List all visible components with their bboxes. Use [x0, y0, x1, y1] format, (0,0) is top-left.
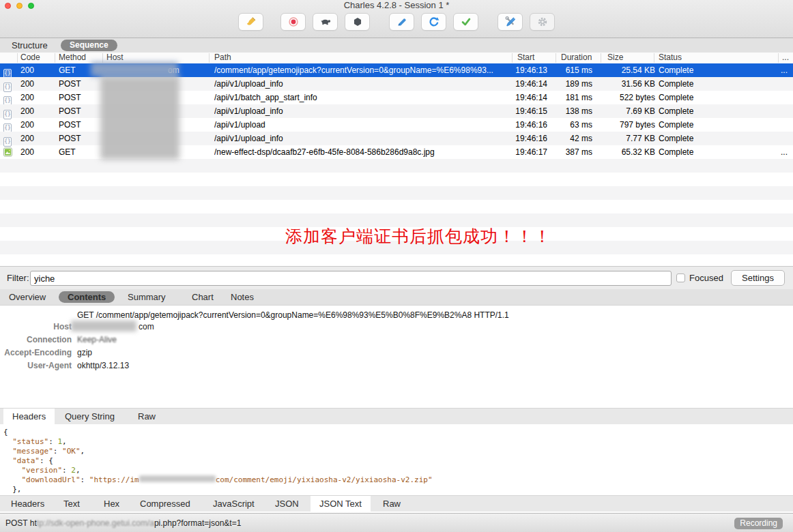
cell-extra: ... — [781, 63, 793, 77]
status-url-suffix: pi.php?format=json&t=1 — [154, 518, 241, 528]
cell-duration: 63 ms — [550, 118, 592, 132]
column-header-duration[interactable]: Duration — [561, 53, 592, 63]
settings-toolbar-button[interactable] — [530, 13, 555, 31]
tab-json[interactable]: JSON — [266, 496, 308, 512]
settings-button[interactable]: Settings — [731, 270, 785, 286]
tab-compressed[interactable]: Compressed — [131, 496, 199, 512]
cell-status: Complete — [659, 132, 740, 145]
column-separator — [556, 53, 556, 63]
column-separator — [654, 53, 654, 63]
cell-method: POST — [59, 118, 81, 132]
response-json-panel: { "status": 1, "message": "OK", "data": … — [0, 424, 793, 495]
cell-method: GET — [59, 63, 76, 77]
header-name: Host — [0, 322, 72, 331]
cell-duration: 615 ms — [550, 63, 592, 77]
response-subtabs: HeadersTextHexCompressedJavaScriptJSONJS… — [0, 495, 793, 512]
tab-notes[interactable]: Notes — [231, 291, 254, 303]
charles-window: Charles 4.2.8 - Session 1 * StructureSeq… — [0, 0, 793, 532]
cell-code: 200 — [20, 104, 34, 118]
column-header-method[interactable]: Method — [59, 53, 86, 63]
clear-session-button[interactable] — [238, 13, 263, 31]
record-icon — [287, 16, 300, 28]
column-header-status[interactable]: Status — [659, 53, 682, 63]
empty-row-stripe — [0, 186, 793, 200]
cell-size: 31.56 KB — [596, 77, 655, 91]
cell-duration: 189 ms — [550, 77, 592, 91]
cell-code: 200 — [20, 91, 34, 104]
status-url-blurred: tp://sdk-open-phone.getui.com/a — [37, 518, 154, 528]
json-line: "version": 2, — [3, 466, 793, 475]
header-row: ConnectionKeep-Alive — [0, 335, 614, 346]
json-line: "message": "OK", — [3, 447, 793, 456]
tab-contents[interactable]: Contents — [59, 291, 115, 303]
cell-code: 200 — [20, 132, 34, 145]
cell-start: 19:46:14 — [512, 77, 547, 91]
record-button[interactable] — [280, 13, 306, 31]
tab-chart[interactable]: Chart — [192, 291, 214, 303]
json-line: { — [3, 428, 793, 437]
cell-duration: 138 ms — [550, 104, 592, 118]
tab-text[interactable]: Text — [55, 496, 89, 512]
tab-headers[interactable]: Headers — [2, 496, 53, 512]
column-separator — [778, 53, 779, 63]
tools-button[interactable] — [498, 13, 523, 31]
cell-code: 200 — [20, 145, 34, 159]
tab-headers[interactable]: Headers — [3, 409, 55, 424]
repeat-button[interactable] — [421, 13, 446, 31]
broom-icon — [245, 16, 257, 28]
filter-input[interactable] — [30, 271, 672, 286]
throttle-button[interactable] — [313, 13, 338, 31]
column-separator — [17, 53, 18, 63]
check-icon — [460, 16, 472, 28]
breakpoints-button[interactable] — [345, 13, 370, 31]
filter-bar: Filter: Focused Settings — [0, 266, 793, 289]
column-header-start[interactable]: Start — [517, 53, 534, 63]
cell-start: 19:46:16 — [512, 118, 547, 132]
tab-query-string[interactable]: Query String — [56, 409, 124, 424]
header-value: okhttp/3.12.13 — [77, 361, 129, 370]
compose-button[interactable] — [389, 13, 414, 31]
tab-summary[interactable]: Summary — [128, 291, 166, 303]
url-redaction-blur — [139, 475, 216, 482]
host-value-blur — [71, 321, 136, 331]
cell-method: POST — [59, 91, 81, 104]
nav-tab-sequence[interactable]: Sequence — [61, 40, 117, 51]
tab-javascript[interactable]: JavaScript — [204, 496, 263, 512]
cell-path: /api/v1/upload_info — [214, 132, 512, 145]
validate-button[interactable] — [453, 13, 478, 31]
json-line: "data": { — [3, 456, 793, 466]
column-separator — [209, 53, 210, 63]
column-header-host[interactable]: Host — [106, 53, 124, 63]
column-header-path[interactable]: Path — [214, 53, 231, 63]
tab-hex[interactable]: Hex — [95, 496, 128, 512]
nav-tab-structure[interactable]: Structure — [12, 40, 48, 51]
header-value: Keep-Alive — [77, 335, 117, 344]
json-line: "downloadUrl": "https://imcom/comment/em… — [3, 475, 793, 485]
window-title: Charles 4.2.8 - Session 1 * — [0, 0, 793, 11]
json-line: }, — [3, 485, 793, 494]
tab-raw[interactable]: Raw — [374, 496, 409, 512]
cell-start: 19:46:15 — [512, 104, 547, 118]
status-bar: POST http://sdk-open-phone.getui.com/api… — [0, 513, 793, 532]
column-header-[interactable]: ... — [782, 53, 789, 63]
tab-raw[interactable]: Raw — [129, 409, 164, 424]
cell-start: 19:46:17 — [512, 145, 547, 159]
cell-start: 19:46:16 — [512, 132, 547, 145]
cell-status: Complete — [659, 145, 740, 159]
detail-tabs: OverviewContentsSummaryChartNotes — [0, 289, 793, 306]
cell-status: Complete — [659, 104, 740, 118]
column-header-size[interactable]: Size — [607, 53, 623, 63]
cell-path: /api/v1/batch_app_start_info — [214, 91, 512, 104]
cell-start: 19:46:13 — [512, 63, 547, 77]
tools-icon — [504, 16, 517, 28]
gear-icon — [536, 16, 549, 28]
tab-json-text[interactable]: JSON Text — [311, 496, 371, 512]
recording-badge: Recording — [734, 518, 783, 529]
tab-overview[interactable]: Overview — [9, 291, 46, 303]
cell-code: 200 — [20, 77, 34, 91]
column-header-code[interactable]: Code — [20, 53, 40, 63]
focused-checkbox[interactable] — [676, 274, 685, 282]
column-separator — [512, 53, 513, 63]
cell-status: Complete — [659, 77, 740, 91]
cell-code: 200 — [20, 63, 34, 77]
